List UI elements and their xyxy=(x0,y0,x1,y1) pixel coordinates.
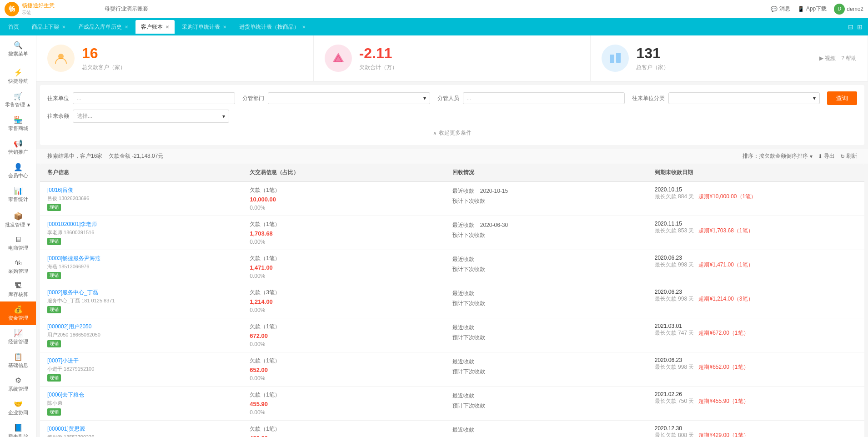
sidebar-item-enterprise[interactable]: 🤝 企业协同 xyxy=(0,396,36,420)
filter-row-1: 往来单位 ... 分管部门 ▾ 分管人员 ... xyxy=(47,91,857,105)
stat-total-customers-info: 131 总客户（家） xyxy=(636,45,669,71)
sidebar-item-member[interactable]: 👤 会员中心 xyxy=(0,159,36,183)
window-maximize-btn[interactable]: ⊞ xyxy=(857,23,863,30)
sidebar-item-retail-stat[interactable]: 📊 零售统计 xyxy=(0,183,36,206)
sidebar-item-batch-mgmt[interactable]: 📦 批发管理 ▼ xyxy=(0,208,36,232)
sidebar-item-basic[interactable]: 📋 基础信息 xyxy=(0,349,36,372)
total-customers-label: 总客户（家） xyxy=(636,64,669,71)
return-cell-2: 最近收款 预计下次收款 xyxy=(452,255,655,274)
close-icon[interactable]: ✕ xyxy=(62,25,65,30)
filter-dept: 分管部门 ▾ xyxy=(242,92,430,104)
customer-name-6[interactable]: [0006]去下粮仓 xyxy=(47,391,250,399)
chevron-down-icon-4: ▾ xyxy=(810,153,813,160)
close-icon[interactable]: ✕ xyxy=(166,25,169,30)
table-row: [0016]吕俊 吕俊 13026203696 现销 欠款（1笔） 10,000… xyxy=(40,182,864,216)
export-btn[interactable]: ⬇ 导出 xyxy=(818,152,835,160)
refresh-btn[interactable]: ↻ 刷新 xyxy=(840,152,857,160)
sidebar-item-purchase[interactable]: 🛍 采购管理 xyxy=(0,255,36,278)
source-unit-input[interactable]: ... xyxy=(73,92,235,104)
sidebar-item-search[interactable]: 🔍 搜索菜单 xyxy=(0,37,36,61)
stat-total-customers: 131 总客户（家） ▶ 视频 ? 帮助 xyxy=(591,35,868,81)
sort-label: 排序：按欠款金额倒序排序 xyxy=(743,152,808,160)
customer-cell-6: [0006]去下粮仓 陈小弟 现销 xyxy=(47,391,250,416)
stat-debt-customers-info: 16 总欠款客户（家） xyxy=(82,45,125,71)
svg-rect-3 xyxy=(610,55,614,63)
overdue-cell-2: 2020.06.23 最长欠款 998 天 超期¥1,471.00（1笔） xyxy=(655,255,857,269)
col-return: 回收情况 xyxy=(452,169,655,176)
close-icon[interactable]: ✕ xyxy=(302,25,306,30)
customer-name-1[interactable]: [0001020001]李老师 xyxy=(47,221,250,228)
tab-customer-account[interactable]: 客户账本 ✕ xyxy=(135,20,175,34)
table-row: [0001020001]李老师 李老师 18600391516 现销 欠款（1笔… xyxy=(40,216,864,250)
close-icon[interactable]: ✕ xyxy=(125,25,128,30)
sidebar-item-ecom[interactable]: 🖥 电商管理 xyxy=(0,232,36,255)
return-cell-1: 最近收款 2020-06-30 预计下次收款 xyxy=(452,221,655,240)
sidebar-item-ops[interactable]: 📈 经营管理 xyxy=(0,325,36,349)
sidebar-item-guide[interactable]: 📘 新手引导 xyxy=(0,420,36,437)
sidebar-item-marketing[interactable]: 📢 营销推广 xyxy=(0,136,36,159)
main-layout: 🔍 搜索菜单 ⚡ 快捷导航 🛒 零售管理 ▲ 🏪 零售商城 📢 营销推广 👤 会… xyxy=(0,35,868,437)
help-btn[interactable]: ? 帮助 xyxy=(841,55,857,62)
tab-inventory-history[interactable]: 产成品入库单历史 ✕ xyxy=(73,20,134,34)
customer-name-3[interactable]: [0002]服务中心_丁磊 xyxy=(47,289,250,296)
customer-phone-4: 用户2050 18665062050 xyxy=(47,332,250,338)
marketing-icon: 📢 xyxy=(2,139,34,148)
tab-bar: 首页 商品上下架 ✕ 产成品入库单历史 ✕ 客户账本 ✕ 采购订单统计表 ✕ 进… xyxy=(0,18,868,35)
unit-class-label: 往来单位分类 xyxy=(632,95,665,102)
customer-name-2[interactable]: [0003]畅捷服务尹海燕 xyxy=(47,255,250,262)
filter-balance: 往来余额 选择... ▾ xyxy=(47,110,229,123)
sidebar-item-retail-store[interactable]: 🏪 零售商城 xyxy=(0,112,36,136)
retail-stat-icon: 📊 xyxy=(2,186,34,195)
customer-phone-7: 黄思源 13552700226 xyxy=(47,434,250,437)
customer-cell-2: [0003]畅捷服务尹海燕 海燕 18513066976 现销 xyxy=(47,255,250,279)
query-button[interactable]: 查询 xyxy=(827,91,857,105)
tab-home[interactable]: 首页 xyxy=(3,20,25,34)
return-cell-3: 最近收款 预计下次收款 xyxy=(452,289,655,308)
avatar: D xyxy=(834,4,845,15)
finance-icon: 💰 xyxy=(2,305,34,314)
basic-icon: 📋 xyxy=(2,352,34,361)
customer-tag-3: 现销 xyxy=(47,306,61,313)
sort-dropdown[interactable]: 排序：按欠款金额倒序排序 ▾ xyxy=(743,152,813,160)
tab-purchase-summary[interactable]: 采购订单统计表 ✕ xyxy=(176,20,232,34)
sidebar-item-quick-nav[interactable]: ⚡ 快捷导航 xyxy=(0,65,36,88)
close-icon[interactable]: ✕ xyxy=(223,25,226,30)
balance-select[interactable]: 选择... ▾ xyxy=(73,110,229,123)
overdue-cell-4: 2021.03.01 最长欠款 747 天 超期¥672.00（1笔） xyxy=(655,323,857,337)
stat-icon-total xyxy=(602,45,629,72)
customer-name-5[interactable]: [0007]小进干 xyxy=(47,357,250,365)
app-download-btn[interactable]: 📱 App下载 xyxy=(798,5,827,13)
sidebar-item-system[interactable]: ⚙ 系统管理 xyxy=(0,372,36,396)
user-avatar-btn[interactable]: D demo2 xyxy=(834,4,863,15)
col-customer-info: 客户信息 xyxy=(47,169,250,176)
manager-input[interactable]: ... xyxy=(463,92,625,104)
unit-class-select[interactable]: ▾ xyxy=(668,92,820,104)
enterprise-icon: 🤝 xyxy=(2,400,34,408)
window-minimize-btn[interactable]: ⊟ xyxy=(848,23,853,30)
search-icon: 🔍 xyxy=(2,41,34,50)
sidebar-item-finance[interactable]: 💰 资金管理 xyxy=(0,301,36,325)
table-row: [0003]畅捷服务尹海燕 海燕 18513066976 现销 欠款（1笔） 1… xyxy=(40,250,864,284)
video-btn[interactable]: ▶ 视频 xyxy=(819,55,836,62)
customer-name-7[interactable]: [000001]黄思源 xyxy=(47,425,250,433)
sidebar-item-retail-mgmt[interactable]: 🛒 零售管理 ▲ xyxy=(0,88,36,112)
svg-marker-1 xyxy=(333,53,344,62)
customer-name-0[interactable]: [0016]吕俊 xyxy=(47,186,250,194)
customer-name-4[interactable]: [000002]用户2050 xyxy=(47,323,250,331)
system-icon: ⚙ xyxy=(2,376,34,385)
tab-goods-summary[interactable]: 进货单统计表（按商品） ✕ xyxy=(234,20,311,34)
table-row: [000001]黄思源 黄思源 13552700226 现销 欠款（1笔） 42… xyxy=(40,421,864,437)
table-header: 客户信息 欠交易信息（占比） 回收情况 到期未收款日期 xyxy=(40,164,864,182)
top-bar: 畅 畅捷通好生意 示范 母婴行业演示账套 💬 消息 📱 App下载 D demo… xyxy=(0,0,868,18)
return-cell-4: 最近收款 预计下次收款 xyxy=(452,323,655,342)
video-icon: ▶ xyxy=(819,55,823,61)
collapse-btn[interactable]: ∧ 收起更多条件 xyxy=(47,127,857,139)
sidebar-item-inventory[interactable]: 🏗 库存核算 xyxy=(0,278,36,301)
debt-cell-4: 欠款（1笔） 672.00 0.00% xyxy=(250,323,452,347)
result-summary: 搜索结果中，客户16家 欠款金额 -21,148.07元 排序：按欠款金额倒序排… xyxy=(36,149,868,164)
balance-label: 往来余额 xyxy=(47,112,69,120)
tab-product-status[interactable]: 商品上下架 ✕ xyxy=(26,20,71,34)
dept-select[interactable]: ▾ xyxy=(268,92,430,104)
message-icon: 💬 xyxy=(771,6,778,12)
message-btn[interactable]: 💬 消息 xyxy=(771,5,790,13)
